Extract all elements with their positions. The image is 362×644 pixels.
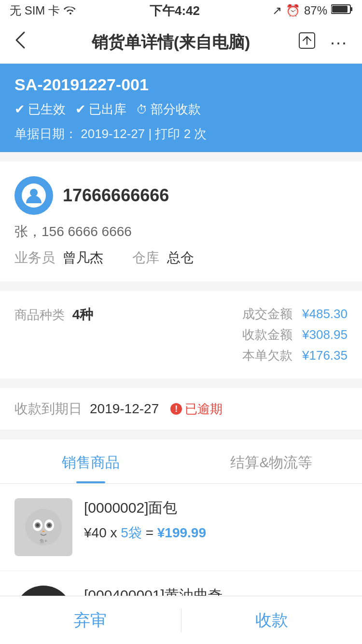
list-item: 鱼+ [0000002]面包 ¥40 x 5袋 = ¥199.99 (0, 484, 362, 571)
order-badges: ✔ 已生效 ✔ 已出库 ⏱ 部分收款 (14, 101, 348, 118)
badge-partial: ⏱ 部分收款 (136, 101, 201, 118)
status-bar: 无 SIM 卡 下午4:42 ↗ ⏰ 87% (0, 0, 362, 21)
overdue-badge: ! 已逾期 (170, 401, 223, 418)
svg-rect-1 (350, 7, 352, 11)
tabs-section: 销售商品 结算&物流等 (0, 439, 362, 484)
product-thumbnail: 鱼+ (14, 498, 72, 556)
tabs-header: 销售商品 结算&物流等 (0, 439, 362, 484)
battery-icon (331, 4, 352, 17)
bottom-bar: 弃审 收款 (0, 596, 362, 644)
summary-row: 商品种类 4种 成交金额 ¥485.30 收款金额 ¥308.95 本单欠款 ¥… (14, 306, 348, 364)
customer-section: 17666666666 张，156 6666 6666 业务员 曾凡杰 仓库 总… (0, 162, 362, 281)
product-name: [0000002]面包 (84, 498, 348, 518)
due-date-section: 收款到期日 2019-12-27 ! 已逾期 (0, 388, 362, 430)
avatar (14, 176, 53, 215)
transaction-row: 成交金额 ¥485.30 (242, 306, 348, 322)
nav-bar: 销货单详情(来自电脑) ··· (0, 21, 362, 64)
summary-right: 成交金额 ¥485.30 收款金额 ¥308.95 本单欠款 ¥176.35 (242, 306, 348, 364)
svg-rect-2 (332, 6, 348, 13)
tab-sales-products[interactable]: 销售商品 (0, 439, 181, 483)
customer-phone: 17666666666 (63, 185, 169, 206)
signal-text: 无 SIM 卡 (10, 3, 60, 18)
customer-row: 17666666666 (14, 176, 348, 215)
summary-left: 商品种类 4种 (14, 306, 93, 324)
summary-section: 商品种类 4种 成交金额 ¥485.30 收款金额 ¥308.95 本单欠款 ¥… (0, 291, 362, 378)
received-row: 收款金额 ¥308.95 (242, 326, 348, 343)
tab-settlement[interactable]: 结算&物流等 (181, 439, 362, 483)
alarm-icon: ⏰ (286, 4, 300, 17)
status-left: 无 SIM 卡 (10, 3, 77, 18)
order-header: SA-20191227-001 ✔ 已生效 ✔ 已出库 ⏱ 部分收款 单据日期：… (0, 64, 362, 152)
battery-text: 87% (304, 4, 327, 17)
back-button[interactable] (14, 30, 43, 54)
owed-row: 本单欠款 ¥176.35 (242, 347, 348, 364)
svg-point-5 (30, 189, 38, 196)
status-right: ↗ ⏰ 87% (272, 4, 352, 17)
svg-point-11 (36, 524, 39, 527)
svg-point-12 (48, 524, 51, 527)
svg-text:鱼+: 鱼+ (40, 538, 47, 544)
collect-payment-button[interactable]: 收款 (181, 600, 362, 641)
cancel-review-button[interactable]: 弃审 (0, 600, 181, 641)
order-id: SA-20191227-001 (14, 75, 149, 94)
warehouse-field: 仓库 总仓 (132, 249, 194, 267)
salesman-field: 业务员 曾凡杰 (14, 249, 103, 267)
more-icon[interactable]: ··· (330, 32, 348, 53)
nav-actions: ··· (298, 32, 348, 53)
share-icon[interactable] (298, 32, 316, 53)
badge-shipped: ✔ 已出库 (75, 101, 126, 118)
product-info: [0000002]面包 ¥40 x 5袋 = ¥199.99 (84, 498, 348, 542)
order-date: 单据日期： 2019-12-27 | 打印 2 次 (14, 126, 348, 142)
wifi-icon (64, 4, 77, 17)
customer-meta: 业务员 曾凡杰 仓库 总仓 (14, 249, 348, 267)
customer-name: 张，156 6666 6666 (14, 223, 348, 241)
page-title: 销货单详情(来自电脑) (43, 31, 298, 54)
location-icon: ↗ (272, 4, 282, 17)
product-price: ¥40 x 5袋 = ¥199.99 (84, 524, 348, 542)
badge-active: ✔ 已生效 (14, 101, 66, 118)
status-time: 下午4:42 (150, 2, 200, 19)
